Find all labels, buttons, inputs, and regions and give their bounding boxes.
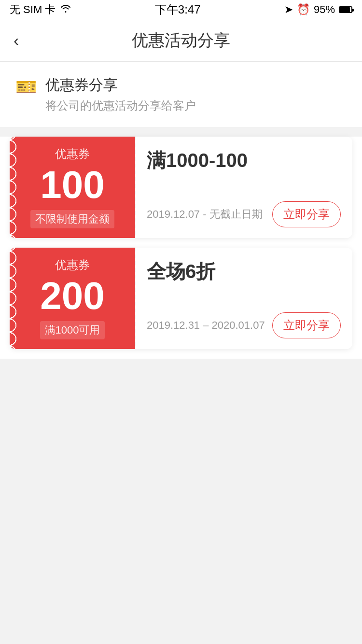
share-button-2[interactable]: 立即分享 <box>272 312 341 338</box>
status-right: ➤ ⏰ 95% <box>284 3 352 16</box>
carrier-text: 无 SIM 卡 <box>10 2 56 17</box>
coupon-amount-1: 100 <box>40 166 104 204</box>
coupon-type-2: 优惠券 <box>55 257 90 273</box>
wifi-icon <box>60 3 71 16</box>
status-bar: 无 SIM 卡 下午3:47 ➤ ⏰ 95% <box>0 0 362 19</box>
location-icon: ➤ <box>284 3 293 16</box>
back-button[interactable]: ‹ <box>14 31 19 50</box>
coupon-divider-2 <box>135 248 136 349</box>
section-text: 优惠券分享 将公司的优惠活动分享给客户 <box>45 75 196 113</box>
coupon-date-1: 2019.12.07 - 无截止日期 <box>147 207 263 222</box>
coupon-card-2: 优惠券 200 满1000可用 全场6折 2019.12.31 – 2020.0… <box>10 248 352 349</box>
section-subtitle: 将公司的优惠活动分享给客户 <box>45 98 196 113</box>
battery-icon <box>339 6 352 13</box>
coupon-card-1: 优惠券 100 不限制使用金额 满1000-100 2019.12.07 - 无… <box>10 137 352 238</box>
coupon-amount-2: 200 <box>40 277 104 315</box>
coupon-right-2: 全场6折 2019.12.31 – 2020.01.07 立即分享 <box>135 248 352 349</box>
coupon-date-row-2: 2019.12.31 – 2020.01.07 立即分享 <box>147 312 341 338</box>
coupon-divider-1 <box>135 137 136 238</box>
section-header: 🎫 优惠券分享 将公司的优惠活动分享给客户 <box>0 62 362 127</box>
coupon-date-row-1: 2019.12.07 - 无截止日期 立即分享 <box>147 201 341 227</box>
section-icon: 🎫 <box>14 75 38 98</box>
coupon-condition-1: 不限制使用金额 <box>30 210 114 228</box>
coupon-name-2: 全场6折 <box>147 258 341 285</box>
coupon-date-2: 2019.12.31 – 2020.01.07 <box>147 319 265 332</box>
status-time: 下午3:47 <box>155 2 201 17</box>
status-left: 无 SIM 卡 <box>10 2 71 17</box>
background-area <box>0 359 362 624</box>
page-title: 优惠活动分享 <box>132 29 230 52</box>
nav-bar: ‹ 优惠活动分享 <box>0 19 362 62</box>
coupon-left-2: 优惠券 200 满1000可用 <box>10 248 135 349</box>
coupon-name-1: 满1000-100 <box>147 147 341 174</box>
coupon-type-1: 优惠券 <box>55 146 90 162</box>
coupon-left-1: 优惠券 100 不限制使用金额 <box>10 137 135 238</box>
coupon-condition-2: 满1000可用 <box>40 321 105 339</box>
section-title: 优惠券分享 <box>45 75 196 95</box>
coupons-area: 优惠券 100 不限制使用金额 满1000-100 2019.12.07 - 无… <box>0 137 362 359</box>
alarm-icon: ⏰ <box>297 3 310 16</box>
coupon-right-1: 满1000-100 2019.12.07 - 无截止日期 立即分享 <box>135 137 352 238</box>
share-button-1[interactable]: 立即分享 <box>272 201 341 227</box>
battery-text: 95% <box>314 3 335 16</box>
